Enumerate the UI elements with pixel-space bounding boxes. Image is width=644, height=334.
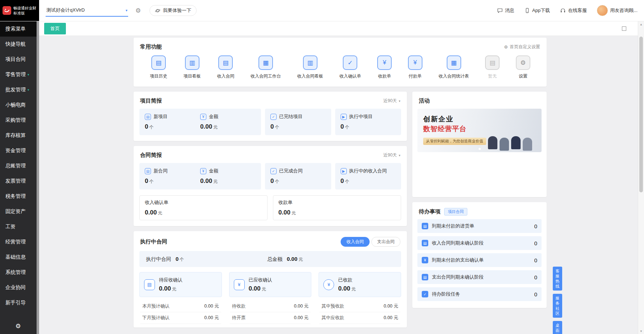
project-brief-range-select[interactable]: 近90天 ▾	[383, 98, 400, 104]
board-icon: ▥	[185, 55, 199, 70]
sidebar-item-beginner-guide[interactable]: 新手引导	[0, 295, 39, 310]
sidebar-item-xiaochang-ecommerce[interactable]: 小畅电商	[0, 97, 39, 113]
sidebar-item-search-menu[interactable]: 搜索菜单	[0, 21, 39, 37]
check-doc-icon: ✓	[343, 55, 357, 70]
sidebar-item-purchase[interactable]: 采购管理	[0, 113, 39, 128]
confirmed-receivable-card: ¥ 已应收确认 0.00元 待收款0.00 元 待开票0.00 元	[229, 272, 312, 324]
brand-block: 畅捷通好业财 标准版	[0, 0, 39, 21]
scroll-up-icon[interactable]: ▲	[638, 21, 644, 27]
sidebar-item-quick-nav[interactable]: 快捷导航	[0, 37, 39, 52]
check-icon: ✓	[270, 168, 277, 174]
sidebar-item-general-ledger[interactable]: 总账管理	[0, 158, 39, 174]
sidebar-item-tax[interactable]: 税务管理	[0, 189, 39, 204]
experience-button[interactable]: 我要体验一下	[150, 5, 197, 16]
todo-card: 待办事项 项目合同 ▤ 到期未付款的进货单 0 ▤ 收入合同到期未确认阶段 0	[412, 202, 547, 308]
tile-project-history[interactable]: ▤ 项目历史	[150, 55, 167, 79]
homepage-customize-button[interactable]: ⚙ 首页自定义设置	[504, 44, 540, 50]
executing-contracts-title: 执行中合同	[140, 238, 167, 245]
sidebar-item-retail[interactable]: 零售管理▾	[0, 67, 39, 82]
app-download-button[interactable]: App下载	[525, 7, 550, 14]
activity-banner[interactable]: 创新企业 数智经营平台 从管控到赋能，为您创造商业价值	[417, 109, 542, 152]
money-icon: ¥	[422, 257, 428, 263]
project-brief-stat-running: ▶执行中项目 0个	[335, 109, 401, 135]
money-icon: ¥	[234, 279, 245, 290]
sidebar-item-funds[interactable]: 资金管理	[0, 143, 39, 158]
todo-count: 0	[534, 223, 537, 229]
scroll-down-icon[interactable]: ▼	[638, 328, 644, 334]
todo-item-overdue-purchase[interactable]: ▤ 到期未付款的进货单 0	[417, 219, 542, 233]
customer-service-hotline-button[interactable]: 客服热线	[553, 267, 562, 291]
tile-income-contract-board[interactable]: ▥ 收入合同看板	[297, 55, 323, 79]
chevron-down-icon: ▾	[399, 99, 400, 103]
tile-income-contract-workbench[interactable]: ▦ 收入合同工作台	[251, 55, 281, 79]
sidebar-item-invoice[interactable]: 发票管理	[0, 174, 39, 189]
user-menu[interactable]: 用友咨询顾...	[597, 5, 637, 16]
stat-value: 0个	[341, 123, 396, 130]
check-icon: ✓	[422, 291, 428, 297]
document-icon: ▤	[218, 55, 233, 70]
banner-people-illustration	[500, 138, 509, 151]
service-community-button[interactable]: 服务社区	[553, 294, 562, 318]
app-download-label: App下载	[532, 7, 550, 14]
sidebar-item-wholesale[interactable]: 批发管理▾	[0, 82, 39, 97]
todo-item-expense-contract-unconfirmed[interactable]: ▤ 支出合同到期未确认阶段 0	[417, 270, 542, 284]
sidebar-settings-gear-icon[interactable]: ⚙	[0, 318, 36, 334]
contract-brief-stat-running: ▶执行中的收入合同 0个	[335, 163, 401, 189]
tile-settings[interactable]: ⚙ 设置	[516, 55, 530, 79]
filter-income-contract[interactable]: 收入合同	[341, 237, 370, 247]
todo-item-income-contract-unconfirmed[interactable]: ▤ 收入合同到期未确认阶段 0	[417, 236, 542, 250]
todo-item-overdue-expense-confirmation[interactable]: ¥ 到期未付款的支出确认单 0	[417, 253, 542, 267]
stat-value: 0个	[145, 178, 200, 185]
board-icon: ▥	[303, 55, 317, 70]
received-payment-card: ¥ 已收款 0.00元 其中预收款0.00 元 其中应收款0.00 元	[319, 272, 401, 324]
sidebar-item-system[interactable]: 系统管理	[0, 265, 39, 280]
fullscreen-icon[interactable]	[620, 25, 628, 33]
tile-income-contract-stats[interactable]: ▦ 收入合同统计表	[439, 55, 469, 79]
tile-income-confirmation[interactable]: ✓ 收入确认单	[339, 55, 361, 79]
tile-receipt-voucher[interactable]: ¥ 收款单	[377, 55, 392, 79]
desktop-shortcut-button[interactable]: 桌面快捷	[553, 321, 562, 334]
filter-expense-contract[interactable]: 支出合同	[371, 237, 400, 247]
sidebar-scrollbar[interactable]	[37, 21, 39, 334]
detail-row: 其中应收款0.00 元	[319, 312, 400, 324]
todo-item-pending-stage-tasks[interactable]: ✓ 待办阶段任务 0	[417, 287, 542, 301]
banner-people-illustration	[523, 138, 532, 151]
scrollbar-thumb[interactable]	[639, 37, 643, 192]
project-brief-title: 项目简报	[140, 97, 162, 104]
tile-income-contract[interactable]: ▤ 收入合同	[217, 55, 234, 79]
contract-brief-range-select[interactable]: 近90天 ▾	[383, 152, 400, 158]
messages-button[interactable]: 消息	[497, 7, 514, 14]
sidebar-item-fixed-assets[interactable]: 固定资产	[0, 204, 39, 219]
document-icon: ▤	[422, 240, 428, 246]
chevron-down-icon: ▾	[28, 88, 29, 92]
grid-icon: ▦	[258, 55, 273, 70]
tile-project-board[interactable]: ▥ 项目看板	[184, 55, 201, 79]
sidebar-item-inventory[interactable]: 库存核算	[0, 128, 39, 143]
contract-brief-stat-group: ▤新合同 0个 ¥金额 0.00元	[139, 163, 261, 189]
detail-row: 下月预计确认0.00 元	[140, 312, 221, 324]
detail-row: 待收款0.00 元	[230, 301, 311, 312]
carousel-dot[interactable]	[479, 148, 481, 150]
executing-summary-bar: 执行中合同 0个 总金额 0.00元	[139, 251, 401, 267]
todo-title: 待办事项	[419, 208, 441, 215]
sidebar-item-project-contract[interactable]: 项目合同	[0, 52, 39, 67]
settings-gear-icon[interactable]: ⚙	[135, 7, 141, 14]
play-icon: ▶	[341, 114, 347, 120]
sidebar-item-payroll[interactable]: 工资	[0, 219, 39, 234]
detail-row: 待开票0.00 元	[230, 312, 311, 324]
chevron-down-icon: ▾	[399, 154, 400, 157]
stat-value: 0.00元	[159, 285, 182, 292]
tabbar: 首页	[39, 21, 644, 36]
company-selector[interactable]: 测试好会计qXVlrD ▾	[46, 4, 128, 17]
contract-brief-card: 合同简报 近90天 ▾ ▤新合同 0个	[134, 146, 407, 226]
banner-people-illustration	[488, 136, 497, 149]
sidebar-item-operations[interactable]: 经营管理	[0, 234, 39, 250]
headset-icon	[560, 8, 566, 13]
tile-payment-voucher[interactable]: ¥ 付款单	[408, 55, 422, 79]
tab-home[interactable]: 首页	[44, 23, 66, 34]
todo-tag[interactable]: 项目合同	[444, 208, 467, 216]
sidebar-item-basic-info[interactable]: 基础信息	[0, 250, 39, 265]
sidebar-item-enterprise-collab[interactable]: 企业协同	[0, 280, 39, 295]
online-service-button[interactable]: 在线客服	[560, 7, 587, 14]
window-scrollbar[interactable]: ▲ ▼	[638, 21, 644, 334]
